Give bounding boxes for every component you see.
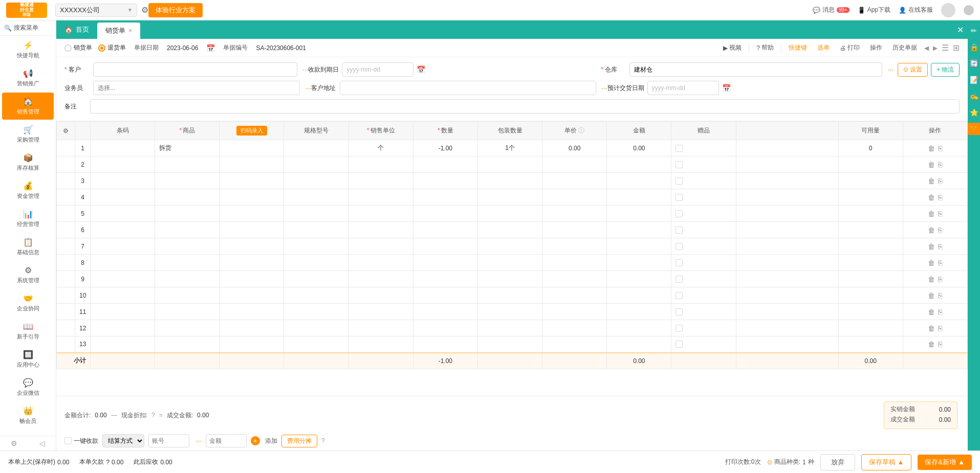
- cell-unit[interactable]: [349, 238, 413, 255]
- cell-amount[interactable]: [607, 206, 671, 222]
- cell-barcode[interactable]: [91, 320, 155, 336]
- cell-price[interactable]: [542, 255, 607, 271]
- cell-gift[interactable]: [671, 255, 736, 271]
- cell-spec[interactable]: [284, 287, 349, 304]
- copy-row-icon[interactable]: ⎘: [938, 308, 942, 316]
- cell-spec[interactable]: [284, 173, 349, 189]
- cell-spec[interactable]: [284, 336, 349, 353]
- cell-amount[interactable]: [607, 222, 671, 238]
- cell-unit[interactable]: [349, 304, 413, 320]
- cell-unit[interactable]: 个: [349, 140, 413, 156]
- salesperson-input[interactable]: [93, 81, 300, 95]
- cell-unit[interactable]: [349, 320, 413, 336]
- addr-more-icon[interactable]: ···: [601, 84, 607, 92]
- radio-return-order[interactable]: 退货单: [98, 43, 126, 52]
- trial-button[interactable]: 体验行业方案: [148, 3, 203, 17]
- cell-pkg[interactable]: [477, 336, 542, 353]
- cell-gift[interactable]: [671, 336, 736, 353]
- cell-desc[interactable]: [736, 156, 838, 173]
- cell-pkg[interactable]: [477, 238, 542, 255]
- sidebar-item-operation[interactable]: 📊 经营管理: [2, 205, 54, 232]
- sidebar-item-member[interactable]: 👑 畅会员: [2, 402, 54, 429]
- customer-input[interactable]: [93, 62, 297, 77]
- cell-goods[interactable]: [155, 336, 220, 353]
- cell-price[interactable]: [542, 206, 607, 222]
- copy-row-icon[interactable]: ⎘: [938, 144, 942, 152]
- discard-button[interactable]: 放弃: [820, 454, 855, 470]
- cell-spec[interactable]: [284, 189, 349, 206]
- cell-barcode[interactable]: [91, 287, 155, 304]
- cell-unit[interactable]: [349, 271, 413, 287]
- sidebar-settings-icon[interactable]: ⚙: [11, 439, 17, 447]
- rp-refresh-icon[interactable]: 🔄: [968, 57, 981, 70]
- cell-barcode[interactable]: [91, 238, 155, 255]
- copy-row-icon[interactable]: ⎘: [938, 340, 942, 348]
- operation-btn[interactable]: 操作: [867, 42, 885, 54]
- cell-price[interactable]: [542, 287, 607, 304]
- cell-pkg[interactable]: [477, 206, 542, 222]
- cell-goods[interactable]: [155, 238, 220, 255]
- cell-goods[interactable]: 拆货: [155, 140, 220, 156]
- cell-barcode[interactable]: [91, 173, 155, 189]
- copy-row-icon[interactable]: ⎘: [938, 226, 942, 234]
- cell-pkg[interactable]: [477, 189, 542, 206]
- view-list-icon[interactable]: ☰: [942, 43, 949, 53]
- cell-desc[interactable]: [736, 320, 838, 336]
- pay-method-select[interactable]: 结算方式: [102, 434, 144, 447]
- cell-goods[interactable]: [155, 156, 220, 173]
- cell-barcode[interactable]: [91, 140, 155, 156]
- cell-spec[interactable]: [284, 320, 349, 336]
- cell-price[interactable]: [542, 173, 607, 189]
- copy-row-icon[interactable]: ⎘: [938, 210, 942, 218]
- delete-row-icon[interactable]: 🗑: [928, 340, 935, 348]
- cell-goods[interactable]: [155, 287, 220, 304]
- cell-pkg[interactable]: [477, 304, 542, 320]
- calendar-icon[interactable]: 📅: [206, 44, 215, 52]
- payment-date-input[interactable]: yyyy-mm-dd: [342, 62, 413, 77]
- cell-desc[interactable]: [736, 206, 838, 222]
- sidebar-item-sales[interactable]: 🏠 销售管理: [2, 93, 54, 120]
- cell-qty[interactable]: [413, 304, 477, 320]
- cell-amount[interactable]: [607, 238, 671, 255]
- cell-gift[interactable]: [671, 189, 736, 206]
- payment-calendar-icon[interactable]: 📅: [417, 65, 425, 74]
- window-close-icon[interactable]: ✕: [957, 25, 964, 35]
- cell-goods[interactable]: [155, 271, 220, 287]
- copy-row-icon[interactable]: ⎘: [938, 161, 942, 169]
- cell-goods[interactable]: [155, 255, 220, 271]
- cell-price[interactable]: [542, 271, 607, 287]
- salesperson-more-icon[interactable]: ···: [305, 84, 311, 92]
- cell-unit[interactable]: [349, 255, 413, 271]
- nav-next-icon[interactable]: ▶: [933, 44, 938, 52]
- cell-qty[interactable]: [413, 320, 477, 336]
- cell-barcode[interactable]: [91, 222, 155, 238]
- delete-row-icon[interactable]: 🗑: [928, 259, 935, 267]
- delete-row-icon[interactable]: 🗑: [928, 291, 935, 300]
- tab-sales-order[interactable]: 销货单 ×: [97, 22, 140, 39]
- cell-barcode[interactable]: [91, 271, 155, 287]
- sidebar-item-finance[interactable]: 💰 资金管理: [2, 177, 54, 204]
- cell-desc[interactable]: [736, 222, 838, 238]
- sidebar-item-basic[interactable]: 📋 基础信息: [2, 233, 54, 260]
- payment-amount-input[interactable]: [206, 434, 247, 447]
- cell-goods[interactable]: [155, 320, 220, 336]
- sidebar-item-quick-nav[interactable]: ⚡ 快捷导航: [2, 36, 54, 63]
- cell-desc[interactable]: [736, 255, 838, 271]
- customer-addr-input[interactable]: [340, 81, 596, 95]
- cell-unit[interactable]: [349, 189, 413, 206]
- account-more-icon[interactable]: ···: [195, 437, 202, 445]
- logistics-button[interactable]: + 物流: [931, 63, 960, 77]
- cell-price[interactable]: [542, 304, 607, 320]
- message-action[interactable]: 💬 消息 99+: [813, 6, 850, 14]
- settings-button[interactable]: ⊙ 设置: [898, 63, 928, 77]
- cell-qty[interactable]: [413, 255, 477, 271]
- cell-spec[interactable]: [284, 271, 349, 287]
- cell-desc[interactable]: [736, 189, 838, 206]
- rp-pencil-icon[interactable]: ✍: [968, 90, 981, 102]
- cell-pkg[interactable]: [477, 255, 542, 271]
- cell-amount[interactable]: [607, 304, 671, 320]
- gift-checkbox[interactable]: [676, 292, 683, 299]
- gift-checkbox[interactable]: [676, 308, 683, 316]
- cell-gift[interactable]: [671, 156, 736, 173]
- expense-help-icon[interactable]: ?: [321, 437, 325, 444]
